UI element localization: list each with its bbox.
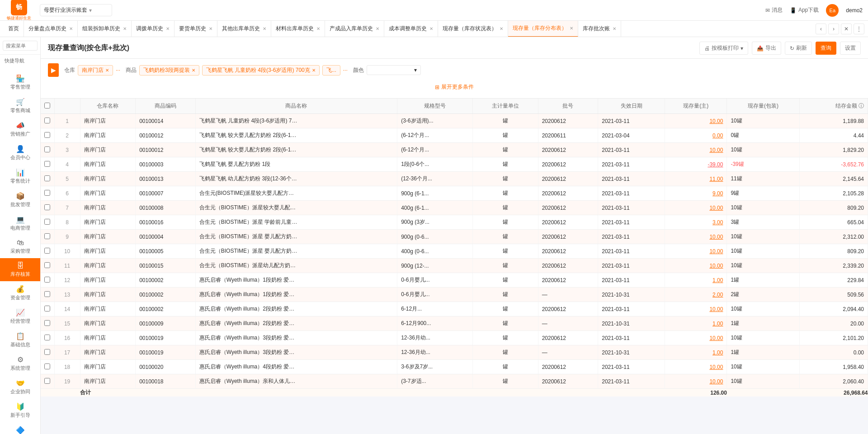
row-checkbox[interactable] bbox=[44, 320, 50, 326]
sidebar-item-basic[interactable]: 📋 基础信息 bbox=[0, 328, 40, 352]
sidebar-item-retail-stats[interactable]: 📊 零售统计 bbox=[0, 165, 40, 188]
sidebar-item-guide[interactable]: 🔰 新手引导 bbox=[0, 399, 40, 422]
row-checkbox[interactable] bbox=[44, 118, 50, 123]
retail-stats-icon: 📊 bbox=[16, 168, 25, 177]
sidebar-item-finance[interactable]: 💰 资金管理 bbox=[0, 281, 40, 305]
tab-qitachu[interactable]: 其他出库单历史 ✕ bbox=[217, 21, 271, 37]
row-checkbox-cell bbox=[41, 172, 54, 186]
tab-pici-close[interactable]: ✕ bbox=[613, 26, 616, 31]
row-stock-main: 10.00 bbox=[665, 244, 727, 259]
row-checkbox[interactable] bbox=[44, 248, 50, 254]
tab-xianzai-fenbao-close[interactable]: ✕ bbox=[570, 26, 573, 31]
tab-next-button[interactable]: › bbox=[828, 24, 839, 34]
tab-xianzai-fenbao[interactable]: 现存量（库存分布表） ✕ bbox=[508, 21, 578, 37]
sidebar-item-system[interactable]: ⚙ 系统管理 bbox=[0, 352, 40, 375]
tab-diaobao[interactable]: 调拨单历史 ✕ bbox=[132, 21, 175, 37]
filter-expand-arrow[interactable]: ▶ bbox=[48, 63, 59, 77]
settings-button[interactable]: 设置 bbox=[840, 42, 861, 55]
sidebar-item-operations[interactable]: 📈 经营管理 bbox=[0, 305, 40, 328]
row-checkbox[interactable] bbox=[44, 363, 50, 369]
sidebar-item-retail-mgmt[interactable]: 🏪 零售管理 bbox=[0, 71, 40, 94]
table-container[interactable]: 仓库名称 商品编码 商品名称 规格型号 主计量单位 批号 失效日期 现存量(主)… bbox=[41, 99, 868, 434]
sidebar-item-marketing[interactable]: 📣 营销推广 bbox=[0, 118, 40, 141]
tab-diaobao-close[interactable]: ✕ bbox=[166, 26, 170, 31]
product-tag-1-remove[interactable]: ✕ bbox=[192, 68, 195, 73]
row-checkbox[interactable] bbox=[44, 146, 50, 152]
tab-home[interactable]: 首页 bbox=[4, 21, 24, 37]
tab-chengpin-close[interactable]: ✕ bbox=[376, 26, 379, 31]
sidebar-item-wholesale[interactable]: 📦 批发管理 bbox=[0, 188, 40, 212]
row-checkbox[interactable] bbox=[44, 262, 50, 268]
row-checkbox[interactable] bbox=[44, 233, 50, 239]
tab-pici[interactable]: 库存批次账 ✕ bbox=[578, 21, 621, 37]
row-checkbox[interactable] bbox=[44, 291, 50, 297]
system-icon: ⚙ bbox=[17, 355, 24, 364]
tab-qitachu-close[interactable]: ✕ bbox=[263, 26, 266, 31]
row-checkbox[interactable] bbox=[44, 204, 50, 210]
app-download-button[interactable]: 📱 App下载 bbox=[790, 6, 819, 14]
select-all-checkbox[interactable] bbox=[44, 103, 50, 108]
row-checkbox[interactable] bbox=[44, 175, 50, 181]
row-checkbox[interactable] bbox=[44, 190, 50, 196]
row-stock-main: 0.00 bbox=[665, 128, 727, 143]
row-balance: 2,105.28 bbox=[799, 186, 868, 201]
row-checkbox[interactable] bbox=[44, 335, 50, 340]
tab-zuche[interactable]: 组装拆卸单历史 ✕ bbox=[78, 21, 132, 37]
tab-cailiao[interactable]: 材料出库单历史 ✕ bbox=[271, 21, 325, 37]
product-more[interactable]: ··· bbox=[343, 67, 348, 73]
tab-fenfen[interactable]: 分量盘点单历史 ✕ bbox=[24, 21, 78, 37]
sidebar-item-member[interactable]: 👤 会员中心 bbox=[0, 141, 40, 165]
sidebar-item-purchase[interactable]: 🛍 采购管理 bbox=[0, 235, 40, 258]
tab-xianzai-kucun[interactable]: 现存量（库存状况表） ✕ bbox=[438, 21, 508, 37]
row-checkbox[interactable] bbox=[44, 132, 50, 138]
tab-more-button[interactable]: ⋮ bbox=[854, 24, 864, 34]
tab-chengpin[interactable]: 产成品入库单历史 ✕ bbox=[325, 21, 384, 37]
warehouse-filter-label: 仓库 bbox=[64, 66, 75, 74]
tab-cailiao-close[interactable]: ✕ bbox=[316, 26, 320, 31]
row-checkbox[interactable] bbox=[44, 306, 50, 311]
message-icon: ✉ bbox=[765, 7, 770, 14]
tab-close-all-button[interactable]: ✕ bbox=[841, 24, 852, 34]
message-button[interactable]: ✉ 消息 bbox=[765, 6, 783, 14]
print-button[interactable]: 🖨 按模板打印 ▾ bbox=[699, 42, 748, 55]
row-checkbox[interactable] bbox=[44, 378, 50, 384]
row-checkbox[interactable] bbox=[44, 277, 50, 283]
color-input[interactable]: ▾ bbox=[367, 65, 421, 75]
warehouse-tag-remove[interactable]: ✕ bbox=[105, 68, 109, 73]
tab-fenfen-close[interactable]: ✕ bbox=[69, 26, 73, 31]
row-spec: 1段(0-6个... bbox=[397, 157, 472, 172]
sidebar-item-retail-shop[interactable]: 🛒 零售商城 bbox=[0, 94, 40, 118]
tab-chengben[interactable]: 成本调整单历史 ✕ bbox=[384, 21, 438, 37]
row-unit: 罐 bbox=[472, 302, 538, 316]
warehouse-more[interactable]: ··· bbox=[116, 67, 120, 73]
refresh-button[interactable]: ↻ 刷新 bbox=[785, 42, 812, 55]
row-expiry: 2021-03-11 bbox=[598, 172, 665, 186]
row-name: 合生元（BIOSTIME）派星 学龄前儿童配方奶粉 4段 bbox=[195, 215, 397, 230]
tab-prev-button[interactable]: ‹ bbox=[816, 24, 826, 34]
tab-chengben-close[interactable]: ✕ bbox=[429, 26, 433, 31]
tab-xianzai-kucun-close[interactable]: ✕ bbox=[500, 26, 503, 31]
export-button[interactable]: 📤 导出 bbox=[752, 42, 781, 55]
sidebar-item-enterprise[interactable]: 🤝 企业协同 bbox=[0, 375, 40, 399]
table-row: 15 南岸门店 00100009 惠氏启睿（Wyeth illuma）2段奶粉 … bbox=[41, 316, 868, 331]
query-button[interactable]: 查询 bbox=[816, 42, 836, 55]
sidebar-item-ecommerce[interactable]: 💻 电商管理 bbox=[0, 212, 40, 235]
tab-yaohuo[interactable]: 要货单历史 ✕ bbox=[175, 21, 217, 37]
row-checkbox-cell bbox=[41, 186, 54, 201]
expand-more-button[interactable]: ⊞ 展开更多条件 bbox=[435, 83, 474, 91]
row-checkbox-cell bbox=[41, 360, 54, 374]
row-checkbox[interactable] bbox=[44, 161, 50, 167]
row-checkbox-cell bbox=[41, 259, 54, 273]
tab-zuche-close[interactable]: ✕ bbox=[123, 26, 127, 31]
product-tag-2-remove[interactable]: ✕ bbox=[312, 68, 316, 73]
sidebar-item-inventory[interactable]: 🗄 库存核算 bbox=[0, 258, 40, 281]
row-spec: 12-36月幼... bbox=[397, 331, 472, 345]
sidebar-item-app-center[interactable]: 🔷 应用中心 bbox=[0, 422, 40, 434]
user-avatar[interactable]: Ea bbox=[826, 4, 839, 17]
row-checkbox[interactable] bbox=[44, 349, 50, 355]
sidebar-search-input[interactable] bbox=[3, 41, 38, 51]
row-warehouse: 南岸门店 bbox=[80, 201, 135, 215]
tab-yaohuo-close[interactable]: ✕ bbox=[209, 26, 212, 31]
row-checkbox[interactable] bbox=[44, 219, 50, 225]
org-selector[interactable]: 母婴行业演示账套 ▾ bbox=[40, 4, 112, 16]
